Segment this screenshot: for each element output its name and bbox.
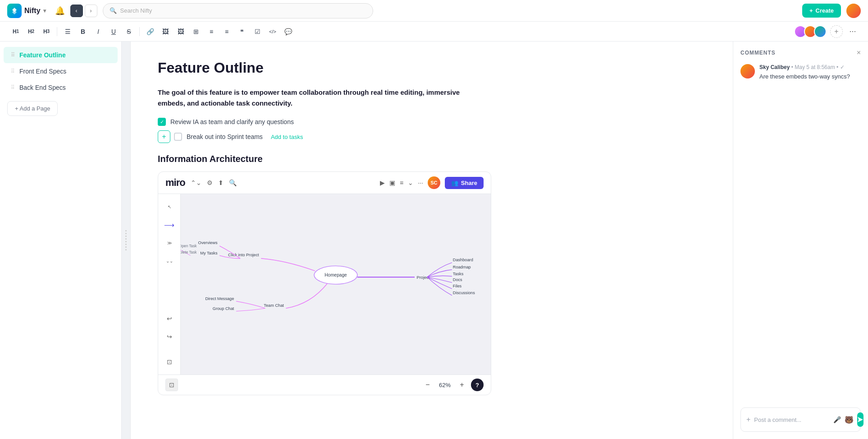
miro-zoom-in-button[interactable]: + [457,379,467,390]
svg-text:Dashboard: Dashboard [453,258,473,262]
heading1-button[interactable]: H1 [9,25,23,38]
sidebar-item-label: Back End Specs [19,84,66,91]
comment-author: Sky Calibey [759,64,790,70]
app-logo[interactable]: Nifty ▾ [7,4,46,18]
comments-panel: COMMENTS × Sky Calibey • May 5 at 8:56am… [733,42,868,439]
numbered-list-button[interactable]: ≡ [220,25,233,38]
comment-input-area[interactable]: + 🎤 🐻 [740,407,861,432]
image2-button[interactable]: 🖼 [174,25,187,38]
miro-undo-tool[interactable]: ↩ [162,311,177,326]
comment-button[interactable]: 💬 [281,25,295,38]
miro-zoom-level: 62% [437,382,453,388]
section-title: Information Architecture [158,154,706,164]
search-placeholder: Search Nifty [120,7,152,14]
sidebar-item-label: Front End Specs [19,68,66,75]
miro-share-icon-people: 👥 [451,180,458,186]
drag-handle-icon: ⠿ [11,52,15,58]
miro-redo-tool[interactable]: ↪ [162,329,177,344]
miro-share-button[interactable]: 👥 Share [445,177,484,189]
link-button[interactable]: 🔗 [143,25,157,38]
svg-text:Tasks: Tasks [453,272,464,276]
create-label: Create [816,7,834,14]
miro-select-tool[interactable]: ↖ [162,199,177,214]
checkbox-checked-icon[interactable]: ✓ [158,118,166,126]
svg-text:My Tasks: My Tasks [200,251,218,255]
comment-send-button[interactable] [857,412,863,427]
checklist-item-2: Break out into Sprint teams Add to tasks [174,133,303,141]
strikethrough-button[interactable]: S [122,25,136,38]
miro-list-icon[interactable]: ≡ [400,179,403,186]
miro-search-icon[interactable]: 🔍 [229,179,237,186]
svg-text:Roadmap: Roadmap [453,265,471,269]
heading3-button[interactable]: H3 [40,25,53,38]
svg-text:Discussions: Discussions [453,291,475,295]
heading2-button[interactable]: H2 [24,25,38,38]
quote-button[interactable]: ❝ [235,25,249,38]
miro-sidebar-toggle[interactable]: ⊡ [165,379,178,391]
code-button[interactable]: </> [266,25,279,38]
sidebar-item-front-end[interactable]: ⠿ Front End Specs [4,63,118,79]
image-button[interactable]: 🖼 [159,25,172,38]
miro-user-avatar: SC [428,176,440,189]
miro-zoom-out-button[interactable]: − [422,379,433,390]
bold-button[interactable]: B [76,25,90,38]
top-nav: Nifty ▾ 🔔 ‹ › 🔍 Search Nifty + Create [0,0,868,22]
more-options-button[interactable]: ··· [846,25,859,38]
underline-button[interactable]: U [107,25,120,38]
svg-text:Complete Task: Complete Task [181,250,197,254]
svg-text:Open Task: Open Task [181,244,197,248]
comment-text: Are these embeds two-way syncs? [759,72,861,81]
sidebar-item-feature-outline[interactable]: ⠿ Feature Outline [4,47,118,63]
notifications-bell-icon[interactable]: 🔔 [55,6,65,16]
checklist-item-1: ✓ Review IA as team and clarify any ques… [158,118,706,126]
sidebar-item-back-end[interactable]: ⠿ Back End Specs [4,79,118,96]
search-bar[interactable]: 🔍 Search Nifty [103,3,373,18]
add-item-button[interactable]: + [158,130,170,143]
microphone-icon[interactable]: 🎤 [833,416,841,423]
sidebar: ⠿ Feature Outline ⠿ Front End Specs ⠿ Ba… [0,42,122,439]
miro-share-icon[interactable]: ⬆ [218,179,224,186]
miro-dots-icon[interactable]: ··· [418,179,423,186]
sidebar-item-label: Feature Outline [19,51,66,59]
miro-settings-icon[interactable]: ⚙ [207,179,213,186]
miro-expand-icon[interactable]: ▶ [380,179,385,186]
align-button[interactable]: ☰ [61,25,74,38]
comments-title: COMMENTS [740,50,776,56]
nav-back-button[interactable]: ‹ [70,5,83,17]
miro-present-icon[interactable]: ▣ [389,179,395,186]
svg-text:Direct Message: Direct Message [205,296,234,301]
editor-toolbar: H1 H2 H3 ☰ B I U S 🔗 🖼 🖼 ⊞ ≡ ≡ ❝ ☑ </> 💬… [0,22,868,42]
collaborator-avatar-3 [814,25,827,38]
comment-input-field[interactable] [754,416,830,423]
miro-help-button[interactable]: ? [471,379,484,391]
miro-pan-tool[interactable]: ⟶ [162,217,177,232]
miro-collapse-icon[interactable]: ⌃⌄ [191,179,201,186]
add-page-button[interactable]: + Add a Page [7,101,58,116]
miro-zoom-tool[interactable]: ≫ [162,236,177,250]
svg-text:Files: Files [453,284,462,288]
checkbox-unchecked-icon[interactable] [174,133,182,141]
svg-text:Team Chat: Team Chat [264,303,284,308]
miro-collapse-tool[interactable]: ⌄⌄ [162,254,177,268]
table-button[interactable]: ⊞ [189,25,203,38]
user-avatar[interactable] [846,4,861,18]
comments-close-button[interactable]: × [857,49,861,57]
miro-diagram: Homepage Click into Project Overviews My… [181,194,491,352]
miro-left-toolbar: ↖ ⟶ ≫ ⌄⌄ ↩ ↪ ⊡ [158,194,181,374]
nav-forward-button[interactable]: › [85,5,97,17]
checkbox-button[interactable]: ☑ [251,25,264,38]
add-to-tasks-link[interactable]: Add to tasks [271,134,303,140]
miro-panel-tool[interactable]: ⊡ [162,355,177,369]
emoji-icon[interactable]: 🐻 [845,416,854,424]
bullet-list-button[interactable]: ≡ [205,25,218,38]
miro-canvas[interactable]: ↖ ⟶ ≫ ⌄⌄ ↩ ↪ ⊡ Homepage [158,194,491,374]
add-collaborator-button[interactable]: + [830,25,843,38]
app-name: Nifty [24,7,41,15]
comment-add-icon[interactable]: + [746,416,750,424]
logo-icon [7,4,22,18]
document-title: Feature Outline [158,60,706,76]
miro-chevron-icon[interactable]: ⌄ [408,179,413,186]
create-button[interactable]: + Create [802,4,841,18]
italic-button[interactable]: I [91,25,105,38]
document-intro: The goal of this feature is to empower t… [158,87,482,109]
